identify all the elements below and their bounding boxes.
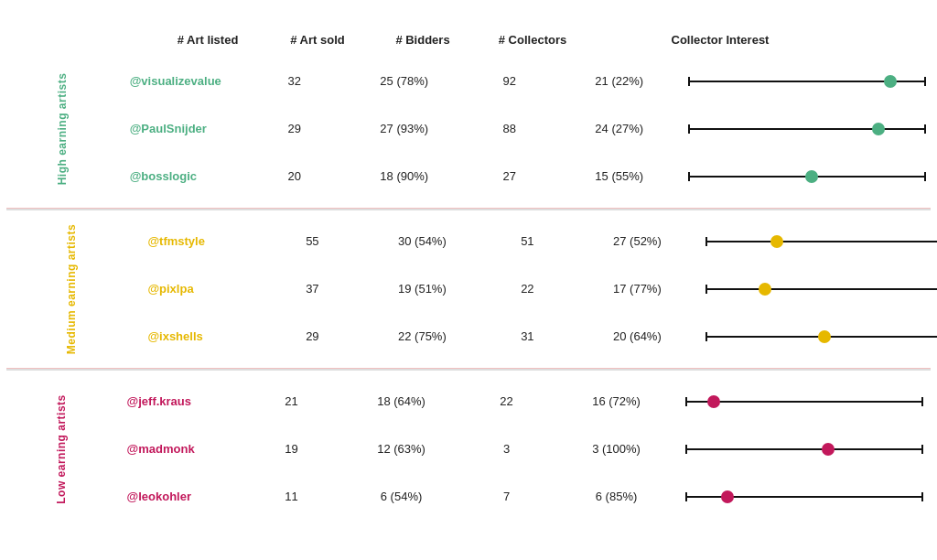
dot-chart [676,394,932,409]
col-header-collectors: # Collectors [473,33,592,47]
table-row: @leokohler116 (54%)76 (85%) [127,473,932,521]
dot-chart [676,490,932,504]
group-rows-2: @jeff.kraus2118 (64%)2216 (72%)@madmonk1… [127,378,932,521]
artist-name: @pixlpa [147,282,257,296]
table-row: @pixlpa3719 (51%)2217 (77%) [147,265,937,313]
collectors: 3 (100%) [557,442,676,456]
tick-left [688,77,690,86]
data-dot [872,123,885,135]
bidders: 51 [477,234,577,248]
chart-line [685,401,923,403]
data-dot [759,283,771,296]
collectors: 6 (85%) [557,490,676,503]
table-row: @ixshells2922 (75%)3120 (64%) [147,313,937,361]
art-listed: 19 [237,442,347,456]
art-listed: 21 [237,394,347,408]
art-sold: 18 (64%) [347,394,457,408]
bidders: 22 [457,394,557,408]
dot-chart [679,169,935,184]
tick-right [924,172,926,181]
dot-chart [696,329,937,344]
data-dot [805,170,818,183]
table-row: @visualizevalue3225 (78%)9221 (22%) [130,58,935,105]
col-header-interest: Collector Interest [592,33,848,47]
bidders: 27 [459,169,560,183]
chart-line [688,128,926,130]
table-row: @madmonk1912 (63%)33 (100%) [127,425,932,473]
artist-name: @bosslogic [130,169,240,183]
group-rows-1: @tfmstyle5530 (54%)5127 (52%)@pixlpa3719… [147,218,937,361]
data-dot [721,490,734,503]
group-label-2: Low earning artists [55,394,68,504]
data-dot [884,75,897,88]
col-header-art-sold: # Art sold [263,33,372,47]
art-sold: 18 (90%) [350,169,459,183]
tick-left [685,492,687,501]
data-dot [707,395,720,408]
col-header-art-listed: # Art listed [153,33,263,47]
collectors: 21 (22%) [560,74,679,88]
groups-container: High earning artists@visualizevalue3225 … [6,50,931,528]
art-listed: 55 [257,234,367,248]
chart-line [705,241,937,242]
collectors: 16 (72%) [557,394,676,408]
collectors: 15 (55%) [560,169,679,183]
artist-name: @PaulSnijder [130,122,240,135]
tick-left [705,237,707,246]
main-container: # Art listed # Art sold # Bidders # Coll… [6,33,931,528]
tick-left [705,285,707,294]
art-listed: 37 [257,282,367,296]
tick-left [688,124,690,134]
artist-name: @tfmstyle [147,234,257,248]
dot-chart [696,282,937,296]
artist-name: @ixshells [147,329,257,343]
table-row: @tfmstyle5530 (54%)5127 (52%) [147,218,937,265]
bidders: 3 [457,442,557,456]
tick-left [705,332,707,341]
group-label-col-0: High earning artists [6,58,130,200]
bidders: 31 [477,329,577,343]
bidders: 88 [459,122,560,135]
data-dot [818,330,831,343]
group-rows-0: @visualizevalue3225 (78%)9221 (22%)@Paul… [130,58,935,200]
artist-name: @visualizevalue [130,74,240,88]
art-sold: 12 (63%) [347,442,457,456]
art-listed: 29 [240,122,350,135]
group-2: Low earning artists@jeff.kraus2118 (64%)… [6,369,931,528]
art-sold: 22 (75%) [367,329,477,343]
bidders: 7 [457,490,557,503]
collectors: 20 (64%) [577,329,696,343]
dot-chart [676,442,932,457]
group-label-1: Medium earning artists [65,223,78,353]
group-label-col-1: Medium earning artists [6,218,147,361]
bidders: 92 [459,74,560,88]
dot-chart [696,234,937,249]
table-row: @jeff.kraus2118 (64%)2216 (72%) [127,378,932,425]
collectors: 27 (52%) [577,234,696,248]
tick-right [921,492,923,501]
tick-right [921,445,923,454]
dot-chart [679,74,935,89]
art-sold: 25 (78%) [350,74,459,88]
tick-right [921,397,923,406]
collectors: 17 (77%) [577,282,696,296]
group-0: High earning artists@visualizevalue3225 … [6,50,931,209]
artist-name: @jeff.kraus [127,394,237,408]
table-row: @PaulSnijder2927 (93%)8824 (27%) [130,105,935,153]
group-label-0: High earning artists [56,72,69,185]
art-listed: 32 [240,74,350,88]
group-1: Medium earning artists@tfmstyle5530 (54%… [6,209,931,369]
tick-right [924,124,926,134]
art-listed: 11 [237,490,347,503]
dot-chart [679,122,935,136]
table-row: @bosslogic2018 (90%)2715 (55%) [130,153,935,200]
art-sold: 30 (54%) [367,234,477,248]
art-listed: 29 [257,329,367,343]
tick-left [685,445,687,454]
art-sold: 6 (54%) [347,490,457,503]
artist-name: @leokohler [127,490,237,503]
chart-line [685,448,923,450]
tick-left [685,397,687,406]
col-header-bidders: # Bidders [372,33,473,47]
group-label-col-2: Low earning artists [6,378,127,521]
